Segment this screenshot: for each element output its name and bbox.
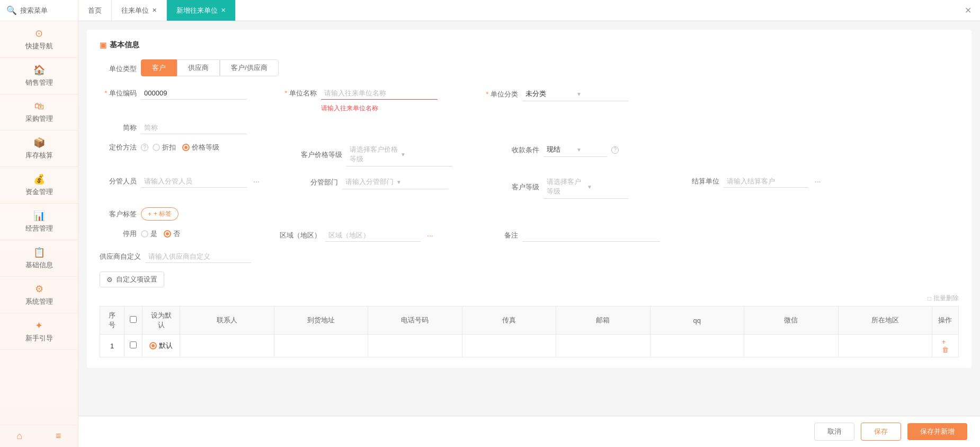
level-radio[interactable] <box>182 144 190 151</box>
pricing-label: 定价方法 <box>100 143 137 152</box>
pricing-help-icon[interactable]: ? <box>141 144 148 151</box>
sidebar-item-sales[interactable]: 🏠 销售管理 <box>0 58 78 94</box>
sidebar-item-basicinfo[interactable]: 📋 基础信息 <box>0 240 78 277</box>
customer-level-select[interactable]: 请选择客户等级 ▼ <box>544 175 628 199</box>
sidebar-item-purchase[interactable]: 🛍 采购管理 <box>0 94 78 130</box>
row-index: 1 <box>100 335 124 357</box>
guide-icon: ✦ <box>35 320 43 331</box>
row-checkbox-input[interactable] <box>130 341 137 348</box>
close-new-transaction-icon[interactable]: ✕ <box>221 7 226 14</box>
search-label: 搜索菜单 <box>20 6 48 15</box>
payment-help-icon[interactable]: ? <box>611 146 619 154</box>
add-row-icon[interactable]: + <box>942 338 946 346</box>
dept-select[interactable]: 请输入分管部门 ▼ <box>342 175 448 189</box>
save-button[interactable]: 保存 <box>861 423 901 441</box>
discount-radio[interactable] <box>153 144 160 151</box>
select-all-checkbox[interactable] <box>130 316 137 323</box>
tab-transactions[interactable]: 往来单位 ✕ <box>112 0 167 21</box>
supplier-custom-label: 供应商自定义 <box>100 252 141 261</box>
tab-new-transaction[interactable]: 新增往来单位 ✕ <box>167 0 236 21</box>
cancel-button[interactable]: 取消 <box>814 423 854 441</box>
supplier-custom-input[interactable] <box>145 250 251 263</box>
unit-type-both[interactable]: 客户/供应商 <box>220 59 279 76</box>
section-title-icon: ▣ <box>100 41 106 49</box>
sidebar-item-operations[interactable]: 📊 经营管理 <box>0 204 78 240</box>
col-wechat: 微信 <box>744 306 838 335</box>
finance-icon: 💰 <box>33 173 45 185</box>
default-label: 默认 <box>159 341 173 350</box>
remark-input[interactable] <box>522 229 660 242</box>
phone-input[interactable] <box>373 342 456 350</box>
custom-settings-button[interactable]: ⚙ 自定义项设置 <box>100 271 164 287</box>
manager-input[interactable] <box>141 175 247 188</box>
region-table-input[interactable] <box>844 342 926 350</box>
pricing-discount[interactable]: 折扣 <box>153 143 176 152</box>
remark-label: 备注 <box>481 231 518 240</box>
default-radio[interactable] <box>149 342 157 349</box>
disable-no-radio[interactable] <box>164 230 171 238</box>
email-input[interactable] <box>562 342 644 350</box>
tabbar-close-all[interactable]: ✕ <box>956 5 980 15</box>
sidebar-item-guide[interactable]: ✦ 新手引导 <box>0 313 78 350</box>
disable-no[interactable]: 否 <box>164 229 180 239</box>
dept-label: 分管部门 <box>301 178 338 187</box>
unit-type-customer[interactable]: 客户 <box>141 59 177 76</box>
settlement-input[interactable] <box>724 175 808 188</box>
sidebar-item-inventory[interactable]: 📦 库存核算 <box>0 130 78 167</box>
disable-row: 停用 是 否 区域（地区） ··· <box>100 229 959 242</box>
customer-level-field: 客户等级 请选择客户等级 ▼ <box>502 175 682 199</box>
row-action: + 🗑 <box>932 335 958 357</box>
unit-name-input[interactable] <box>321 87 438 100</box>
supplier-custom-row: 供应商自定义 <box>100 250 959 263</box>
sidebar-search[interactable]: 🔍 搜索菜单 <box>0 0 78 21</box>
abbr-row: 简称 <box>100 121 959 134</box>
col-contact: 联系人 <box>180 306 274 335</box>
settlement-dots[interactable]: ··· <box>813 177 823 186</box>
unit-type-supplier[interactable]: 供应商 <box>177 59 220 76</box>
close-transactions-icon[interactable]: ✕ <box>152 7 157 14</box>
batch-delete-btn[interactable]: □ 批量删除 <box>100 294 959 303</box>
manager-row: 分管人员 ··· 分管部门 请输入分管部门 ▼ 客户等级 请选择客户等级 ▼ <box>100 175 959 199</box>
region-dots[interactable]: ··· <box>425 231 435 240</box>
purchase-icon: 🛍 <box>34 101 44 112</box>
disable-label: 停用 <box>100 229 137 239</box>
abbr-input[interactable] <box>141 121 247 134</box>
sidebar-bottom-home[interactable]: ⌂ <box>0 425 39 447</box>
region-input[interactable] <box>325 229 421 242</box>
manager-dots[interactable]: ··· <box>251 177 262 186</box>
qq-input[interactable] <box>656 342 739 350</box>
settlement-label: 结算单位 <box>682 177 719 186</box>
unit-info-row: 单位编码 单位名称 请输入往来单位名称 单位分类 未分类 <box>100 87 959 113</box>
payment-select[interactable]: 现结 ▼ <box>544 143 607 157</box>
abbr-label: 简称 <box>100 123 137 133</box>
disable-field: 停用 是 否 <box>100 229 280 239</box>
pricing-level[interactable]: 价格等级 <box>182 143 219 152</box>
form-card: ▣ 基本信息 单位类型 客户 供应商 客户/供应商 单位编码 <box>87 30 972 368</box>
unit-code-input[interactable] <box>141 87 247 100</box>
unit-category-select[interactable]: 未分类 ▼ <box>522 87 628 101</box>
settings-gear-icon: ⚙ <box>106 276 113 284</box>
sales-icon: 🏠 <box>33 64 45 76</box>
col-default: 设为默认 <box>142 306 180 335</box>
contact-input[interactable] <box>185 342 268 350</box>
sidebar-item-system[interactable]: ⚙ 系统管理 <box>0 277 78 313</box>
sidebar-bottom-settings[interactable]: ≡ <box>39 425 78 447</box>
address-input[interactable] <box>280 342 362 350</box>
payment-label: 收款条件 <box>502 145 539 155</box>
disable-yes[interactable]: 是 <box>141 229 157 239</box>
sidebar-item-quicknav[interactable]: ⊙ 快捷导航 <box>0 21 78 58</box>
add-tag-button[interactable]: + + 标签 <box>141 207 179 221</box>
disable-yes-radio[interactable] <box>141 230 148 238</box>
manager-field: 分管人员 ··· <box>100 175 301 188</box>
sidebar-item-finance[interactable]: 💰 资金管理 <box>0 167 78 204</box>
customer-price-select[interactable]: 请选择客户价格等级 ▼ <box>346 143 452 166</box>
save-new-button[interactable]: 保存并新增 <box>907 423 967 440</box>
tab-home[interactable]: 首页 <box>78 0 112 21</box>
row-wechat <box>744 335 838 357</box>
unit-code-label: 单位编码 <box>100 89 137 98</box>
fax-input[interactable] <box>468 342 550 350</box>
row-checkbox <box>124 335 142 357</box>
wechat-input[interactable] <box>750 342 832 350</box>
row-fax <box>462 335 556 357</box>
delete-row-icon[interactable]: 🗑 <box>942 346 949 354</box>
